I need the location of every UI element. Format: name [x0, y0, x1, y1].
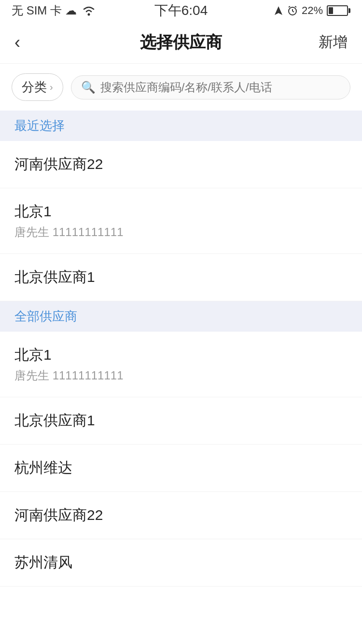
search-icon: 🔍: [81, 81, 96, 94]
item-sub: 唐先生 11111111111: [14, 224, 348, 240]
item-sub: 唐先生 11111111111: [14, 368, 348, 383]
list-item[interactable]: 河南供应商22: [0, 141, 362, 188]
wifi-icon: [82, 5, 96, 16]
list-item[interactable]: 北京1唐先生 11111111111: [0, 188, 362, 254]
item-name: 北京供应商1: [14, 411, 348, 431]
chevron-icon: ›: [50, 82, 53, 93]
search-input[interactable]: [100, 81, 340, 94]
no-sim-label: 无 SIM 卡 ☁: [12, 3, 77, 18]
category-label: 分类: [22, 79, 47, 96]
list-item[interactable]: 杭州维达: [0, 445, 362, 492]
all-section-header: 全部供应商: [0, 301, 362, 332]
item-name: 杭州维达: [14, 458, 348, 478]
status-left: 无 SIM 卡 ☁: [12, 3, 96, 18]
svg-marker-1: [275, 6, 282, 15]
list-item[interactable]: 北京供应商1: [0, 397, 362, 445]
item-name: 北京1: [14, 202, 348, 222]
category-filter[interactable]: 分类 ›: [12, 73, 63, 101]
status-right: 22%: [274, 4, 350, 17]
all-list: 北京1唐先生 11111111111北京供应商1杭州维达河南供应商22苏州清风: [0, 332, 362, 587]
page-title: 选择供应商: [140, 31, 222, 54]
item-name: 河南供应商22: [14, 505, 348, 525]
list-item[interactable]: 北京供应商1: [0, 254, 362, 301]
status-bar: 无 SIM 卡 ☁ 下午6:04 22%: [0, 0, 362, 21]
filter-row: 分类 › 🔍: [0, 64, 362, 111]
nav-bar: ‹ 选择供应商 新增: [0, 21, 362, 64]
svg-line-6: [295, 6, 296, 7]
location-icon: [274, 5, 283, 16]
item-name: 河南供应商22: [14, 154, 348, 174]
item-name: 北京1: [14, 345, 348, 365]
status-time: 下午6:04: [154, 1, 208, 20]
back-button[interactable]: ‹: [14, 32, 43, 53]
search-box[interactable]: 🔍: [71, 75, 350, 99]
svg-point-0: [87, 14, 90, 16]
add-button[interactable]: 新增: [319, 32, 348, 52]
item-name: 苏州清风: [14, 553, 348, 573]
item-name: 北京供应商1: [14, 267, 348, 287]
svg-line-5: [289, 6, 290, 7]
list-item[interactable]: 河南供应商22: [0, 492, 362, 539]
battery-icon: [327, 5, 350, 16]
svg-line-4: [292, 11, 294, 12]
recent-list: 河南供应商22北京1唐先生 11111111111北京供应商1: [0, 141, 362, 301]
list-item[interactable]: 北京1唐先生 11111111111: [0, 332, 362, 397]
battery-percent: 22%: [302, 4, 323, 17]
list-item[interactable]: 苏州清风: [0, 539, 362, 587]
recent-section-header: 最近选择: [0, 111, 362, 141]
alarm-icon: [287, 5, 298, 16]
